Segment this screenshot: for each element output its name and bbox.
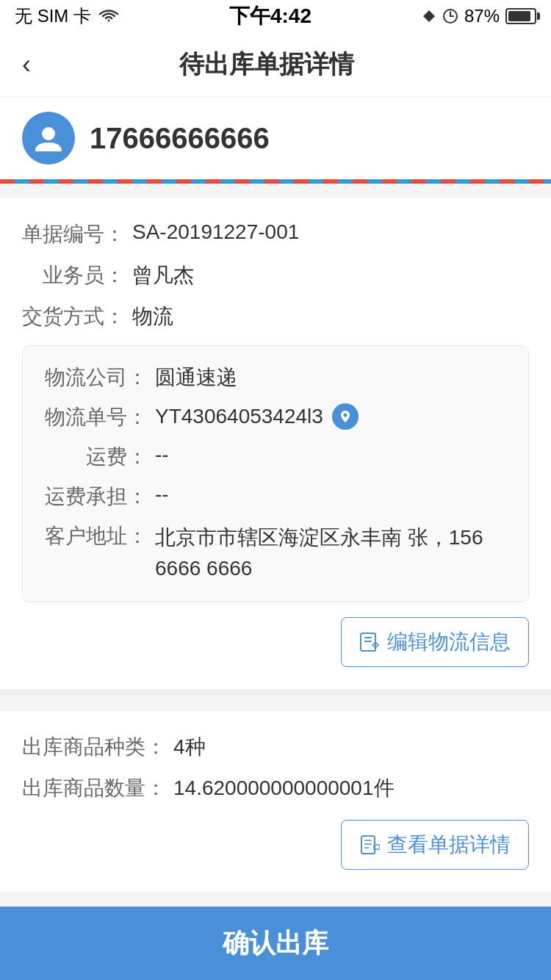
location-arrow-icon <box>422 9 436 24</box>
logistics-tracking-row: 物流单号： YT43064053424l3 <box>45 403 506 431</box>
edit-icon <box>359 632 380 652</box>
logistics-address-value: 北京市市辖区海淀区永丰南 张，156 6666 6666 <box>155 522 506 584</box>
status-bar: 无 SIM 卡 下午4:42 87% <box>0 0 551 32</box>
order-no-label: 单据编号： <box>22 220 125 248</box>
logistics-tracking-label: 物流单号： <box>45 403 148 431</box>
edit-btn-row: 编辑物流信息 <box>22 617 529 667</box>
view-btn-row: 查看单据详情 <box>22 820 529 870</box>
logistics-freight-label: 运费： <box>45 443 148 471</box>
user-header: 17666666666 <box>0 97 551 179</box>
order-no-row: 单据编号： SA-20191227-001 <box>22 220 529 248</box>
map-pin-icon[interactable] <box>332 403 359 430</box>
view-details-button[interactable]: 查看单据详情 <box>341 820 529 870</box>
delivery-label: 交货方式： <box>22 303 125 331</box>
delivery-value: 物流 <box>132 303 529 331</box>
order-info-section: 单据编号： SA-20191227-001 业务员： 曾凡杰 交货方式： 物流 … <box>0 198 551 689</box>
product-quantity-value: 14.620000000000001件 <box>173 774 395 802</box>
product-quantity-label: 出库商品数量： <box>22 774 166 802</box>
view-details-label: 查看单据详情 <box>387 831 511 859</box>
dashed-separator <box>0 179 551 184</box>
salesman-value: 曾凡杰 <box>132 262 529 289</box>
product-quantity-row: 出库商品数量： 14.620000000000001件 <box>22 774 529 802</box>
confirm-outbound-button[interactable]: 确认出库 <box>0 907 551 980</box>
status-time: 下午4:42 <box>229 2 311 30</box>
battery-percent: 87% <box>464 6 500 26</box>
svg-rect-8 <box>361 836 375 854</box>
battery-icon <box>505 8 536 24</box>
edit-logistics-label: 编辑物流信息 <box>387 628 511 656</box>
carrier-text: 无 SIM 卡 <box>15 4 91 28</box>
wifi-icon <box>98 9 119 24</box>
salesman-row: 业务员： 曾凡杰 <box>22 262 529 289</box>
logistics-freight-row: 运费： -- <box>45 443 506 471</box>
document-icon <box>359 835 380 855</box>
product-types-row: 出库商品种类： 4种 <box>22 733 529 761</box>
logistics-card: 物流公司： 圆通速递 物流单号： YT43064053424l3 运费： <box>22 345 529 602</box>
nav-bar: ‹ 待出库单据详情 <box>0 32 551 97</box>
status-right: 87% <box>422 6 536 26</box>
logistics-company-label: 物流公司： <box>45 364 148 392</box>
tracking-no-text: YT43064053424l3 <box>155 405 323 428</box>
product-types-value: 4种 <box>173 733 206 761</box>
delivery-row: 交货方式： 物流 <box>22 303 529 331</box>
confirm-outbound-label: 确认出库 <box>223 926 328 962</box>
back-button[interactable]: ‹ <box>22 51 31 78</box>
gray-divider <box>0 689 551 696</box>
logistics-freight-bear-label: 运费承担： <box>45 483 148 511</box>
user-phone: 17666666666 <box>90 122 270 155</box>
svg-point-4 <box>343 414 347 417</box>
logistics-address-label: 客户地址： <box>45 522 148 550</box>
svg-point-3 <box>42 127 55 140</box>
content-area: 17666666666 单据编号： SA-20191227-001 业务员： 曾… <box>0 97 551 965</box>
logistics-freight-bear-row: 运费承担： -- <box>45 483 506 511</box>
logistics-address-row: 客户地址： 北京市市辖区海淀区永丰南 张，156 6666 6666 <box>45 522 506 584</box>
avatar <box>22 112 75 165</box>
logistics-company-value: 圆通速递 <box>155 364 506 392</box>
stats-section: 出库商品种类： 4种 出库商品数量： 14.620000000000001件 查… <box>0 711 551 892</box>
page-title: 待出库单据详情 <box>46 48 488 82</box>
logistics-company-row: 物流公司： 圆通速递 <box>45 364 506 392</box>
status-left: 无 SIM 卡 <box>15 4 119 28</box>
clock-icon <box>442 8 458 24</box>
logistics-freight-bear-value: -- <box>155 483 506 506</box>
order-no-value: SA-20191227-001 <box>132 220 529 244</box>
person-icon <box>32 122 65 154</box>
edit-logistics-button[interactable]: 编辑物流信息 <box>341 617 529 667</box>
product-types-label: 出库商品种类： <box>22 733 166 761</box>
logistics-tracking-value-container: YT43064053424l3 <box>155 403 506 430</box>
salesman-label: 业务员： <box>22 262 125 289</box>
logistics-freight-value: -- <box>155 443 506 466</box>
